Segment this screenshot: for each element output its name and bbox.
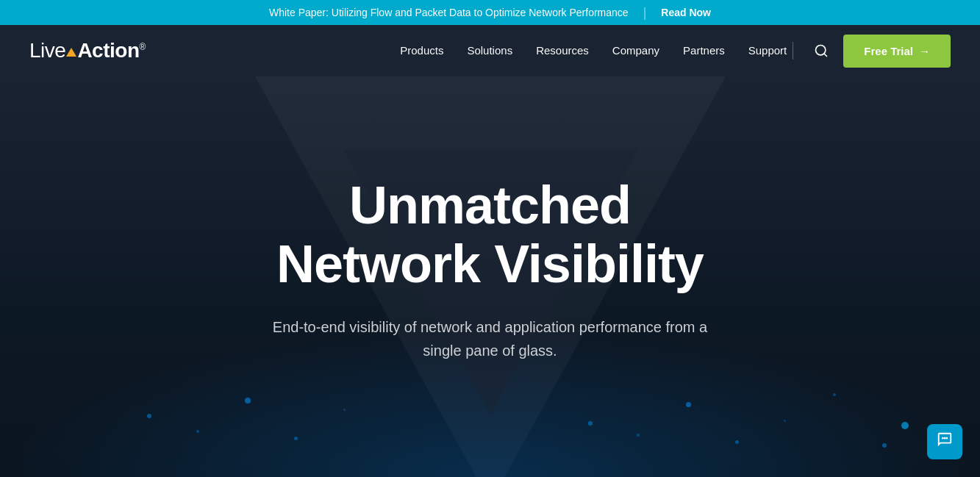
svg-line-1 <box>824 54 827 57</box>
nav-item-support[interactable]: Support <box>748 44 787 57</box>
hero-subtitle: End-to-end visibility of network and app… <box>262 315 718 362</box>
hero-title-line2: Network Visibility <box>276 234 704 293</box>
svg-point-4 <box>945 437 948 440</box>
hero-section: Unmatched Network Visibility End-to-end … <box>0 76 980 477</box>
nav-item-solutions[interactable]: Solutions <box>467 44 512 57</box>
logo-text: LiveAction® <box>29 39 146 62</box>
top-banner: White Paper: Utilizing Flow and Packet D… <box>0 0 980 25</box>
free-trial-label: Free Trial <box>864 45 913 57</box>
search-icon[interactable] <box>814 43 829 58</box>
nav-link-products[interactable]: Products <box>400 44 443 57</box>
svg-point-2 <box>942 437 944 440</box>
logo-action: Action <box>77 39 139 62</box>
nav-divider <box>793 42 793 60</box>
chat-icon <box>937 431 953 452</box>
hero-particles <box>0 352 980 462</box>
hero-title-line1: Unmatched <box>349 176 631 234</box>
nav-link-solutions[interactable]: Solutions <box>467 44 512 57</box>
hero-content: Unmatched Network Visibility End-to-end … <box>262 176 718 362</box>
banner-text: White Paper: Utilizing Flow and Packet D… <box>269 7 629 18</box>
nav-link-support[interactable]: Support <box>748 44 787 57</box>
nav-item-company[interactable]: Company <box>612 44 659 57</box>
navbar: LiveAction® Products Solutions Resources… <box>0 25 980 76</box>
banner-divider: | <box>643 5 647 21</box>
banner-cta[interactable]: Read Now <box>661 7 711 18</box>
nav-item-resources[interactable]: Resources <box>536 44 589 57</box>
nav-link-company[interactable]: Company <box>612 44 659 57</box>
nav-item-products[interactable]: Products <box>400 44 443 57</box>
nav-item-partners[interactable]: Partners <box>683 44 725 57</box>
logo-live: Live <box>29 39 65 62</box>
free-trial-arrow: → <box>919 45 930 57</box>
hero-title: Unmatched Network Visibility <box>262 176 718 293</box>
nav-link-partners[interactable]: Partners <box>683 44 725 57</box>
svg-point-3 <box>944 437 946 440</box>
nav-link-resources[interactable]: Resources <box>536 44 589 57</box>
logo[interactable]: LiveAction® <box>29 39 146 62</box>
chat-widget[interactable] <box>927 424 962 459</box>
free-trial-button[interactable]: Free Trial → <box>843 35 951 68</box>
nav-links: Products Solutions Resources Company Par… <box>400 44 787 57</box>
logo-triangle-icon <box>66 48 76 57</box>
